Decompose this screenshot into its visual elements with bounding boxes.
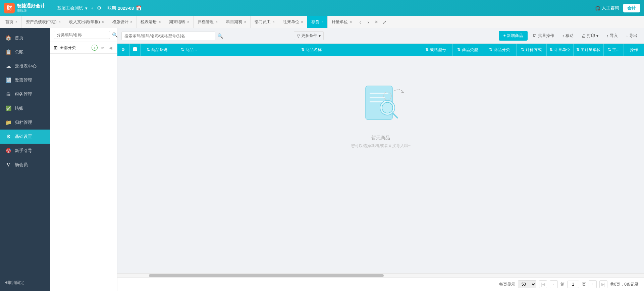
tab-unit[interactable]: 计量单位 ×: [328, 16, 356, 28]
per-page-select[interactable]: 10 20 50 100: [518, 280, 536, 288]
print-btn[interactable]: 🖨 打印 ▾: [579, 32, 601, 40]
tab-contacts-close[interactable]: ×: [301, 20, 303, 24]
sort-arrows-price: ⇅: [521, 47, 524, 52]
sidebar-item-cloud-report[interactable]: ☁ 云报表中心: [0, 59, 50, 73]
consulting-button[interactable]: 🎧 人工咨询: [595, 5, 619, 11]
calendar-icon[interactable]: 📅: [136, 5, 142, 11]
tab-template-close[interactable]: ×: [130, 20, 132, 24]
main-search-input[interactable]: [121, 32, 215, 40]
category-collapse-btn[interactable]: ◀: [108, 45, 114, 51]
batch-op-btn[interactable]: ☑ 批量操作: [530, 32, 557, 40]
category-search-input[interactable]: [54, 31, 110, 39]
sidebar-item-basic-settings-label: 基础设置: [15, 134, 32, 140]
sort-arrows-code: ⇅: [181, 47, 184, 52]
first-page-btn[interactable]: |◀: [539, 280, 547, 288]
prev-page-btn[interactable]: ‹: [550, 280, 558, 288]
tab-period-end-label: 期末结转: [169, 19, 185, 25]
cancel-fixed-btn[interactable]: ◀取消固定: [4, 280, 46, 286]
scroll-thumb-horizontal[interactable]: [149, 274, 384, 277]
sidebar-item-guide[interactable]: 🎯 新手引导: [0, 144, 50, 158]
col-main2-header[interactable]: ⇅ 主...: [604, 44, 624, 56]
move-btn[interactable]: ↕ 移动: [559, 32, 576, 40]
tab-income-year[interactable]: 收入支出表(年报) ×: [65, 16, 108, 28]
tab-period-end-close[interactable]: ×: [187, 20, 189, 24]
col-unit-header[interactable]: ⇅ 计量单位: [546, 44, 573, 56]
print-icon: 🖨: [582, 34, 586, 38]
tab-archive-label: 归档管理: [198, 19, 214, 25]
tax-icon: 🏛: [5, 91, 11, 97]
tab-home[interactable]: 首页 ×: [1, 16, 22, 28]
tab-nav-right[interactable]: ›: [364, 16, 372, 28]
tab-dept-staff[interactable]: 部门员工 ×: [251, 16, 279, 28]
sidebar-item-ledger[interactable]: 📋 总账: [0, 45, 50, 59]
category-add-btn[interactable]: +: [92, 45, 98, 51]
import-btn[interactable]: ↑ 导入: [604, 32, 621, 40]
col-name-header[interactable]: ⇅ 商品名称: [204, 44, 419, 56]
tab-expand[interactable]: ⤢: [380, 16, 388, 28]
col-price-header[interactable]: ⇅ 计价方式: [516, 44, 546, 56]
col-check-header[interactable]: [129, 44, 140, 56]
table-container: ⚙ ⇅ 商品条码 ⇅ 商品... ⇅ 商品名称: [117, 44, 644, 273]
tab-unit-close[interactable]: ×: [350, 20, 352, 24]
horizontal-scrollbar[interactable]: [117, 273, 644, 277]
settings-icon[interactable]: ⚙: [97, 5, 101, 11]
col-main-unit-header[interactable]: ⇅ 主计量单位: [573, 44, 603, 56]
select-all-checkbox[interactable]: [133, 47, 137, 51]
tab-dept-staff-label: 部门员工: [255, 19, 271, 25]
sidebar-item-basic-settings[interactable]: ⚙ 基础设置: [0, 130, 50, 144]
sidebar-item-tax[interactable]: 🏛 税务管理: [0, 87, 50, 101]
tab-balance-mid[interactable]: 资产负债表(中期) ×: [22, 16, 65, 28]
sidebar-item-member[interactable]: V 畅会员: [0, 158, 50, 172]
tab-income-year-close[interactable]: ×: [102, 20, 104, 24]
tab-nav-left[interactable]: ‹: [356, 16, 364, 28]
tab-archive[interactable]: 归档管理 ×: [194, 16, 222, 28]
sidebar-item-home[interactable]: 🏠 首页: [0, 31, 50, 45]
tab-dept-staff-close[interactable]: ×: [273, 20, 275, 24]
tab-taxform-label: 税表清册: [141, 19, 157, 25]
tab-template[interactable]: 模版设计 ×: [108, 16, 137, 28]
tab-archive-close[interactable]: ×: [216, 20, 218, 24]
col-gear-header[interactable]: ⚙: [117, 44, 129, 56]
filter-label: 更多条件: [301, 33, 317, 39]
add-product-btn[interactable]: + 新增商品: [499, 31, 528, 41]
tab-close-all[interactable]: ×: [372, 16, 380, 28]
col-barcode-header[interactable]: ⇅ 商品条码: [140, 44, 174, 56]
last-page-btn[interactable]: ▶|: [599, 280, 607, 288]
sidebar-item-archive[interactable]: 📁 归档管理: [0, 115, 50, 130]
close-account-icon: ✅: [5, 105, 11, 111]
category-edit-btn[interactable]: ✏: [100, 45, 106, 51]
col-spec-header[interactable]: ⇅ 规格型号: [419, 44, 452, 56]
sidebar-item-close-account[interactable]: ✅ 结账: [0, 101, 50, 115]
tab-taxform[interactable]: 税表清册 ×: [137, 16, 165, 28]
add-tab-icon[interactable]: +: [91, 6, 94, 11]
ledger-icon: 📋: [5, 49, 11, 55]
col-type-header[interactable]: ⇅ 商品类型: [452, 44, 483, 56]
tab-taxform-close[interactable]: ×: [159, 20, 161, 24]
sidebar-item-tax-label: 税务管理: [15, 91, 32, 97]
logo-icon: 财: [4, 3, 15, 13]
svg-point-5: [382, 102, 393, 113]
main-search-icon[interactable]: 🔍: [217, 33, 223, 39]
tab-balance-mid-close[interactable]: ×: [59, 20, 61, 24]
filter-more-btn[interactable]: ▽ 更多条件 ▾: [294, 31, 324, 40]
kuaiji-button[interactable]: 会计: [623, 4, 640, 12]
next-page-btn[interactable]: ›: [589, 280, 597, 288]
export-btn[interactable]: ↓ 导出: [623, 32, 640, 40]
category-search-icon[interactable]: 🔍: [112, 32, 118, 38]
page-input[interactable]: [567, 281, 579, 288]
tab-inventory-close[interactable]: ×: [321, 20, 323, 24]
tab-inventory[interactable]: 存货 ×: [307, 16, 328, 28]
category-header: ⊞ 全部分类 + ✏ ◀: [50, 42, 117, 54]
company-selector[interactable]: 基层工会测试 ▾ + ⚙: [54, 4, 104, 12]
empty-state: 暂无商品 您可以选择新增,或者直接导入哦~: [117, 56, 644, 169]
svg-rect-2: [370, 97, 385, 98]
col-cat-header[interactable]: ⇅ 商品分类: [483, 44, 516, 56]
tab-contacts[interactable]: 往来单位 ×: [279, 16, 308, 28]
tab-subject-init[interactable]: 科目期初 ×: [222, 16, 251, 28]
col-code-header[interactable]: ⇅ 商品...: [174, 44, 204, 56]
tab-subject-init-close[interactable]: ×: [244, 20, 246, 24]
period-info: 账期 2023-03 📅: [107, 5, 142, 11]
sidebar-item-invoice[interactable]: 🧾 发票管理: [0, 73, 50, 87]
tab-home-close[interactable]: ×: [15, 20, 17, 24]
tab-period-end[interactable]: 期末结转 ×: [165, 16, 194, 28]
